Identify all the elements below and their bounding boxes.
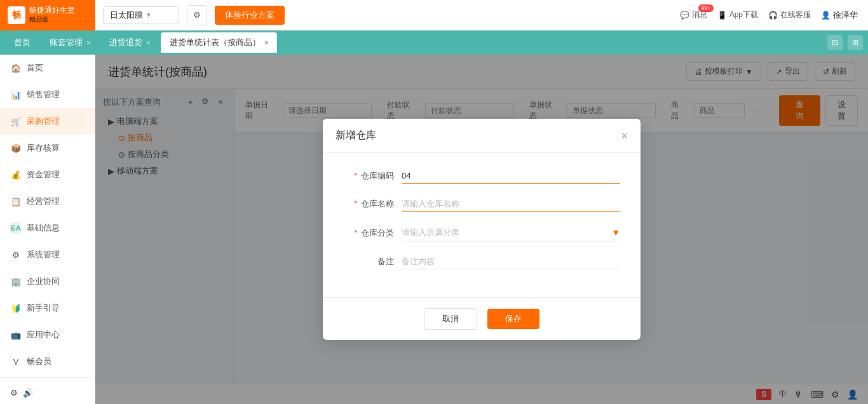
modal-footer: 取消 保存 [323,297,641,340]
app-icon: 📺 [10,329,22,340]
sidebar-item-member[interactable]: V 畅会员 [0,348,95,375]
note-input[interactable] [402,254,620,269]
app-download-label: App下载 [729,10,758,20]
tab-accounts-label: 账套管理 [50,37,83,48]
inventory-icon: 📦 [10,142,22,154]
code-input[interactable] [402,168,620,184]
message-button[interactable]: 💬 消息 99+ [680,10,707,20]
content-area: 进货单统计(按商品) 🖨 按模板打印 ▼ ↗ 导出 ↺ 刷新 [95,55,868,404]
sidebar-item-sales-label: 销售管理 [27,89,60,100]
logo-text: 畅捷通好生意 精品版 [29,6,75,25]
home-icon: 🏠 [10,62,22,74]
note-row: 备注 [343,254,620,269]
username-label: 徐泽华 [833,10,858,21]
category-label: * 仓库分类 [343,227,394,239]
cancel-button[interactable]: 取消 [424,308,477,330]
gear-button[interactable]: ⚙ [187,5,207,25]
sidebar-item-finance[interactable]: 💰 资金管理 [0,161,95,188]
trial-button[interactable]: 体验行业方案 [215,6,285,25]
sidebar-item-enterprise-label: 企业协同 [27,276,60,287]
sidebar-item-purchase-label: 采购管理 [27,116,60,127]
speaker-icon: 🔊 [23,388,33,398]
tab-home[interactable]: 首页 [5,32,39,53]
sidebar-item-system[interactable]: ⚙ 系统管理 [0,241,95,268]
store-selector[interactable]: 日太阳膜 ▼ [103,6,179,24]
modal-title: 新增仓库 [336,129,376,142]
name-input[interactable] [402,196,620,212]
sidebar-item-guide-label: 新手引导 [27,302,60,314]
tab-home-label: 首页 [14,37,31,48]
tab-purchase-return-label: 进货退货 [109,37,142,48]
sidebar-item-member-label: 畅会员 [27,356,51,367]
modal-close-button[interactable]: × [621,130,628,142]
tab-right-actions: ⊟ ⊞ [827,35,863,50]
store-name: 日太阳膜 [110,10,143,21]
category-row: * 仓库分类 请输入所属分类 ▼ [343,224,620,241]
operation-icon: 📋 [10,196,22,207]
note-label: 备注 [343,256,394,267]
new-warehouse-modal: 新增仓库 × * 仓库编码 * [323,119,641,340]
purchase-icon: 🛒 [10,116,22,127]
tab-purchase-stats-label: 进货单统计表（按商品） [170,37,261,48]
sidebar-item-enterprise[interactable]: 🏢 企业协同 [0,268,95,295]
sidebar-item-home[interactable]: 🏠 首页 [0,55,95,81]
category-required: * [354,228,357,238]
tab-purchase-stats-close[interactable]: × [264,39,268,46]
enterprise-icon: 🏢 [10,276,22,287]
sidebar-item-purchase[interactable]: 🛒 采购管理 [0,108,95,135]
sidebar-item-app[interactable]: 📺 应用中心 [0,321,95,348]
logo-icon: 畅 [8,6,25,24]
message-icon: 💬 [680,11,689,20]
sidebar-item-home-label: 首页 [27,62,43,74]
category-label-text: 仓库分类 [361,228,394,238]
online-service-button[interactable]: 🎧 在线客服 [768,10,811,20]
tab-accounts[interactable]: 账套管理 × [41,32,99,53]
chevron-down-icon: ▼ [146,11,152,18]
sidebar-divider [0,377,95,378]
code-row: * 仓库编码 [343,168,620,184]
user-menu[interactable]: 👤 徐泽华 [821,10,858,21]
name-row: * 仓库名称 [343,196,620,212]
name-label-text: 仓库名称 [361,199,394,208]
category-chevron-icon: ▼ [611,227,620,238]
sidebar-item-finance-label: 资金管理 [27,169,60,180]
modal-body: * 仓库编码 * 仓库名称 [323,153,641,297]
app-download-button[interactable]: 📱 App下载 [717,10,758,20]
sidebar-item-app-label: 应用中心 [27,329,60,340]
code-required: * [354,171,357,180]
user-avatar-icon: 👤 [821,11,831,20]
logo-area: 畅 畅捷通好生意 精品版 [0,0,95,30]
sidebar: 🏠 首页 📊 销售管理 🛒 采购管理 📦 库存核算 💰 资金管理 📋 经营管理 … [0,55,95,404]
sidebar-item-guide[interactable]: 🔰 新手引导 [0,295,95,321]
tab-purchase-stats[interactable]: 进货单统计表（按商品） × [161,32,277,53]
modal-overlay: 新增仓库 × * 仓库编码 * [95,55,868,404]
main-layout: 🏠 首页 📊 销售管理 🛒 采购管理 📦 库存核算 💰 资金管理 📋 经营管理 … [0,55,868,404]
online-service-label: 在线客服 [780,10,811,20]
tab-bar: 首页 账套管理 × 进货退货 × 进货单统计表（按商品） × ⊟ ⊞ [0,30,868,55]
sidebar-item-inventory-label: 库存核算 [27,142,60,154]
tab-purchase-return[interactable]: 进货退货 × [100,32,159,53]
tab-restore-button[interactable]: ⊟ [827,35,843,50]
tab-accounts-close[interactable]: × [86,39,90,46]
tab-purchase-return-close[interactable]: × [146,39,150,46]
header-right: 💬 消息 99+ 📱 App下载 🎧 在线客服 👤 徐泽华 [680,10,858,21]
tab-maximize-button[interactable]: ⊞ [848,35,863,50]
note-label-text: 备注 [377,257,394,266]
code-label-text: 仓库编码 [361,171,394,180]
sidebar-item-inventory[interactable]: 📦 库存核算 [0,135,95,161]
system-icon: ⚙ [10,249,22,260]
category-select[interactable]: 请输入所属分类 ▼ [402,224,620,241]
phone-icon: 📱 [717,11,727,20]
sales-icon: 📊 [10,89,22,100]
sidebar-item-basic[interactable]: EA 基础信息 [0,215,95,241]
sidebar-item-basic-label: 基础信息 [27,222,60,234]
save-button[interactable]: 保存 [487,309,539,329]
basic-icon: EA [10,222,22,234]
sidebar-item-sales[interactable]: 📊 销售管理 [0,81,95,108]
guide-icon: 🔰 [10,302,22,314]
sidebar-item-operation-label: 经营管理 [27,196,60,207]
sidebar-item-operation[interactable]: 📋 经营管理 [0,188,95,215]
name-label: * 仓库名称 [343,198,394,210]
sidebar-settings[interactable]: ⚙ 🔊 [0,380,95,404]
name-required: * [354,199,357,208]
